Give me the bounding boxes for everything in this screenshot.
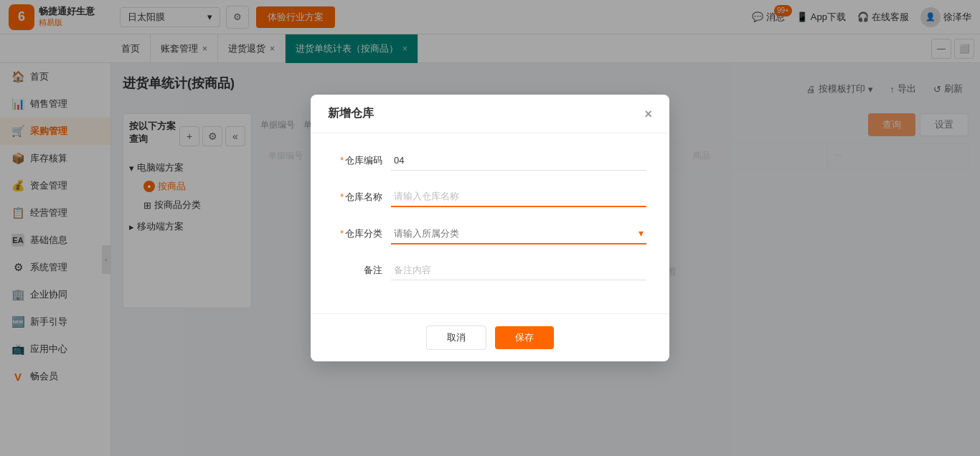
category-label: 仓库分类 — [334, 227, 391, 240]
form-row-category: 仓库分类 ▾ — [334, 223, 646, 244]
code-input[interactable] — [391, 151, 646, 171]
modal-close-button[interactable]: × — [644, 108, 652, 120]
category-input[interactable] — [394, 228, 639, 239]
category-dropdown-icon: ▾ — [639, 227, 644, 239]
form-row-code: 仓库编码 — [334, 151, 646, 171]
save-button[interactable]: 保存 — [495, 326, 554, 349]
name-input[interactable] — [391, 186, 646, 207]
note-label: 备注 — [334, 264, 391, 277]
category-select-row: ▾ — [391, 223, 646, 244]
code-label: 仓库编码 — [334, 154, 391, 167]
modal-overlay[interactable]: 新增仓库 × 仓库编码 仓库名称 仓库分类 ▾ — [0, 0, 980, 456]
modal-body: 仓库编码 仓库名称 仓库分类 ▾ 备注 — [311, 133, 669, 313]
form-row-name: 仓库名称 — [334, 186, 646, 207]
name-label: 仓库名称 — [334, 191, 391, 204]
modal-footer: 取消 保存 — [311, 313, 669, 361]
modal-header: 新增仓库 × — [311, 95, 669, 133]
modal-title: 新增仓库 — [328, 106, 374, 121]
cancel-button[interactable]: 取消 — [426, 326, 486, 350]
note-input[interactable] — [391, 260, 646, 280]
new-warehouse-modal: 新增仓库 × 仓库编码 仓库名称 仓库分类 ▾ — [311, 95, 669, 361]
form-row-note: 备注 — [334, 260, 646, 280]
